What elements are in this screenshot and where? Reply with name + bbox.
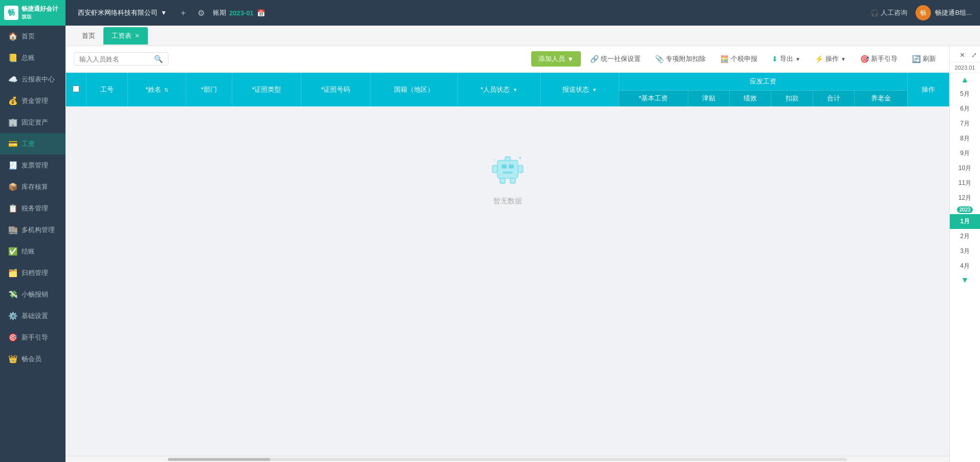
settings-button[interactable]: ⚙ <box>195 6 207 20</box>
cal-month-2[interactable]: 2月 <box>950 229 980 244</box>
add-person-dropdown-icon: ▼ <box>567 55 574 63</box>
payroll-icon: 💳 <box>8 139 17 149</box>
scrollbar-thumb[interactable] <box>168 458 270 461</box>
avatar: 畅 <box>916 5 931 20</box>
cal-month-7[interactable]: 7月 <box>950 116 980 131</box>
select-all-checkbox[interactable] <box>73 86 79 92</box>
search-input[interactable] <box>79 55 151 63</box>
svg-rect-8 <box>510 178 515 183</box>
sidebar-item-inventory[interactable]: 📦 库存核算 <box>0 176 66 198</box>
cal-month-4[interactable]: 4月 <box>950 259 980 274</box>
sidebar-item-invoice[interactable]: 🧾 发票管理 <box>0 155 66 176</box>
calendar-icon[interactable]: 📅 <box>257 9 265 17</box>
th-allowance: 津贴 <box>688 91 729 107</box>
cal-month-6[interactable]: 6月 <box>950 101 980 116</box>
sidebar-item-archive[interactable]: 🗂️ 归档管理 <box>0 262 66 284</box>
tab-close-icon[interactable]: ✕ <box>135 32 140 39</box>
empty-state: ✦ ? 暂无数据 <box>66 107 949 247</box>
sidebar-item-label: 归档管理 <box>21 268 48 278</box>
cal-month-9[interactable]: 9月 <box>950 146 980 161</box>
tab-payroll-label: 工资表 <box>112 31 132 40</box>
th-nationality: 国籍（地区） <box>370 73 458 107</box>
tab-home[interactable]: 首页 <box>74 27 103 45</box>
svg-text:?: ? <box>493 158 496 163</box>
sidebar-item-home[interactable]: 🏠 首页 <box>0 26 66 47</box>
special-deduction-btn[interactable]: 📎 专项附加扣除 <box>650 51 711 67</box>
th-payable: 应发工资 <box>619 73 907 91</box>
th-id-type: *证照类型 <box>232 73 301 107</box>
add-person-label: 添加人员 <box>538 54 565 64</box>
svg-rect-3 <box>503 172 513 174</box>
sidebar-item-ledger[interactable]: 📒 总账 <box>0 47 66 69</box>
settings-icon: ⚙️ <box>8 311 17 321</box>
operation-icon: ⚡ <box>815 55 823 63</box>
company-selector[interactable]: 西安虾米网络科技有限公司 ▼ <box>74 6 171 19</box>
add-person-button[interactable]: 添加人员 ▼ <box>531 51 581 67</box>
inventory-icon: 📦 <box>8 182 17 192</box>
service-label: 人工咨询 <box>881 8 907 17</box>
cal-next-button[interactable]: ▼ <box>950 274 980 287</box>
sidebar-item-settings[interactable]: ⚙️ 基础设置 <box>0 305 66 327</box>
add-company-button[interactable]: ＋ <box>177 6 189 20</box>
cal-month-10[interactable]: 10月 <box>950 161 980 176</box>
service-button[interactable]: 🎧 人工咨询 <box>870 8 907 17</box>
tax-report-btn[interactable]: 🧮 个税申报 <box>715 51 763 67</box>
sidebar-item-close-account[interactable]: ✅ 结账 <box>0 241 66 262</box>
operation-btn[interactable]: ⚡ 操作 ▼ <box>810 51 851 67</box>
sort-name-icon[interactable]: ⇅ <box>164 87 168 93</box>
guide-icon: 🎯 <box>8 333 17 342</box>
refresh-btn[interactable]: 🔄 刷新 <box>907 51 941 67</box>
svg-rect-6 <box>518 165 523 173</box>
sidebar-item-label: 资金管理 <box>21 96 48 106</box>
cal-month-1[interactable]: 1月 <box>950 214 980 229</box>
sidebar-item-member[interactable]: 👑 畅会员 <box>0 348 66 370</box>
member-icon: 👑 <box>8 354 17 364</box>
social-icon: 🔗 <box>590 55 599 63</box>
sidebar-item-label: 库存核算 <box>21 182 48 192</box>
sidebar-item-label: 云报表中心 <box>21 75 55 84</box>
app-name: 畅捷通好会计 <box>21 5 58 13</box>
empty-text: 暂无数据 <box>493 197 522 206</box>
filter-report-icon[interactable]: ▼ <box>592 87 597 93</box>
export-btn[interactable]: ⬇ 导出 ▼ <box>767 51 805 67</box>
sidebar-item-label: 基础设置 <box>21 311 48 321</box>
cal-month-3[interactable]: 3月 <box>950 244 980 259</box>
home-icon: 🏠 <box>8 32 17 41</box>
sidebar-item-payroll[interactable]: 💳 工资 <box>0 133 66 155</box>
close-account-icon: ✅ <box>8 247 17 256</box>
guide-btn[interactable]: 🎯 新手引导 <box>855 51 903 67</box>
sidebar-item-guide[interactable]: 🎯 新手引导 <box>0 327 66 348</box>
horizontal-scrollbar[interactable] <box>66 456 949 462</box>
sidebar-item-label: 首页 <box>21 32 35 41</box>
cal-month-5[interactable]: 5月 <box>950 87 980 101</box>
tabbar: 首页 工资表 ✕ <box>66 26 980 46</box>
sidebar-item-fund[interactable]: 💰 资金管理 <box>0 90 66 112</box>
sidebar-item-label: 多机构管理 <box>21 225 55 235</box>
cal-prev-button[interactable]: ▲ <box>950 73 980 87</box>
tab-payroll[interactable]: 工资表 ✕ <box>103 27 148 45</box>
tab-home-label: 首页 <box>82 32 95 39</box>
th-report-status: 报送状态 ▼ <box>540 73 619 107</box>
invoice-icon: 🧾 <box>8 161 17 170</box>
refresh-icon: 🔄 <box>912 55 921 63</box>
th-id-number: *证照号码 <box>301 73 370 107</box>
th-checkbox[interactable] <box>66 73 86 107</box>
cal-month-12[interactable]: 12月 <box>950 191 980 205</box>
sidebar-item-fixed-assets[interactable]: 🏢 固定资产 <box>0 112 66 133</box>
svg-rect-7 <box>500 178 505 183</box>
cal-expand-button[interactable]: ⤢ <box>968 49 980 61</box>
search-icon[interactable]: 🔍 <box>154 55 163 63</box>
operation-label: 操作 <box>825 54 839 64</box>
sidebar-item-label: 税务管理 <box>21 204 48 213</box>
cal-month-8[interactable]: 8月 <box>950 131 980 146</box>
sidebar-item-cloud-report[interactable]: ☁️ 云报表中心 <box>0 69 66 90</box>
sidebar-item-tax[interactable]: 📋 税务管理 <box>0 198 66 219</box>
sidebar-item-expense[interactable]: 💸 小畅报销 <box>0 284 66 305</box>
sidebar-item-multi-org[interactable]: 🏬 多机构管理 <box>0 219 66 241</box>
cal-month-11[interactable]: 11月 <box>950 176 980 191</box>
social-security-btn[interactable]: 🔗 统一社保设置 <box>585 51 646 67</box>
filter-status-icon[interactable]: ▼ <box>513 87 518 93</box>
account-period-label: 账期 <box>213 8 226 17</box>
th-name: *姓名 ⇅ <box>128 73 186 107</box>
cal-close-button[interactable]: ✕ <box>956 49 968 61</box>
